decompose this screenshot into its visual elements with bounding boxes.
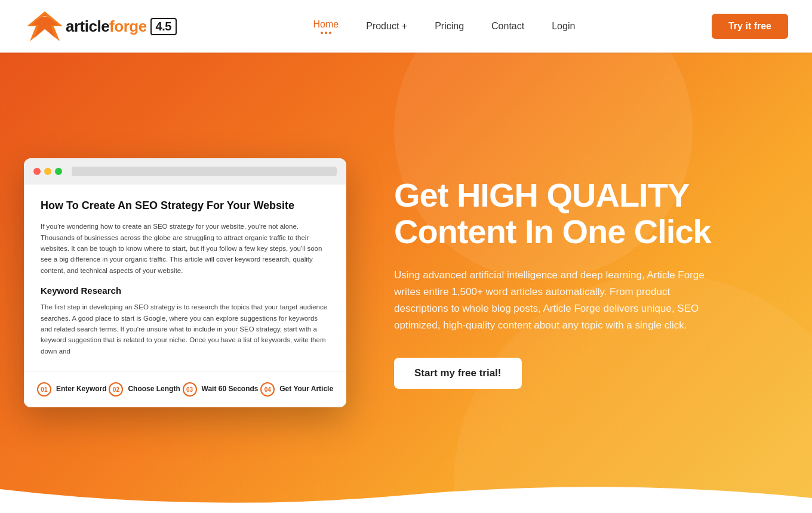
step-4-label: Get Your Article	[279, 385, 333, 394]
mockup-article-title: How To Create An SEO Strategy For Your W…	[41, 199, 330, 213]
nav-pricing[interactable]: Pricing	[424, 16, 475, 36]
mockup-titlebar	[24, 158, 346, 185]
nav-product[interactable]: Product +	[355, 16, 418, 36]
step-3-num: 03	[183, 382, 197, 397]
nav-home[interactable]: Home	[303, 14, 350, 39]
hero-right: Get HIGH QUALITY Content In One Click Us…	[382, 177, 788, 389]
hero-wave-icon	[0, 465, 812, 513]
try-free-button[interactable]: Try it free	[712, 14, 788, 39]
mockup-article-body: If you're wondering how to create an SEO…	[41, 221, 330, 276]
logo-forge: forge	[109, 17, 147, 36]
step-3: 03 Wait 60 Seconds	[183, 382, 259, 397]
nav-contact[interactable]: Contact	[481, 16, 535, 36]
nav-login[interactable]: Login	[541, 16, 586, 36]
hero-heading: Get HIGH QUALITY Content In One Click	[394, 177, 788, 250]
mockup-content: How To Create An SEO Strategy For Your W…	[24, 185, 346, 371]
step-2-label: Choose Length	[128, 385, 180, 394]
hero-subtext: Using advanced artificial intelligence a…	[394, 267, 722, 334]
titlebar-addressbar	[72, 167, 337, 176]
step-3-label: Wait 60 Seconds	[202, 385, 259, 394]
step-4-num: 04	[260, 382, 275, 397]
nav-links: Home Product + Pricing Contact Login	[303, 14, 586, 39]
hero-section: How To Create An SEO Strategy For Your W…	[0, 53, 812, 513]
hero-cta-button[interactable]: Start my free trial!	[394, 358, 522, 389]
step-1-num: 01	[37, 382, 51, 397]
dot-yellow-icon	[44, 168, 51, 175]
hero-heading-line1: Get HIGH QUALITY	[394, 176, 689, 214]
step-4: 04 Get Your Article	[260, 382, 333, 397]
titlebar-dots	[33, 168, 62, 175]
mockup-section-body: The first step in developing an SEO stra…	[41, 302, 330, 357]
logo-text: articleforge 4.5	[66, 17, 177, 36]
logo: articleforge 4.5	[24, 8, 177, 44]
hero-heading-line2: Content In One Click	[394, 213, 711, 250]
step-2-num: 02	[109, 382, 123, 397]
mockup-section-title: Keyword Research	[41, 285, 330, 296]
navbar: articleforge 4.5 Home Product + Pricing …	[0, 0, 812, 53]
step-1: 01 Enter Keyword	[37, 382, 107, 397]
step-2: 02 Choose Length	[109, 382, 180, 397]
dot-red-icon	[33, 168, 41, 175]
step-1-label: Enter Keyword	[56, 385, 107, 394]
dot-green-icon	[55, 168, 62, 175]
steps-bar: 01 Enter Keyword 02 Choose Length 03 Wai…	[24, 371, 346, 407]
logo-brand: article	[66, 17, 109, 36]
hero-inner: How To Create An SEO Strategy For Your W…	[24, 158, 788, 407]
logo-version: 4.5	[150, 18, 177, 35]
logo-bird-icon	[24, 8, 66, 44]
article-mockup: How To Create An SEO Strategy For Your W…	[24, 158, 346, 407]
